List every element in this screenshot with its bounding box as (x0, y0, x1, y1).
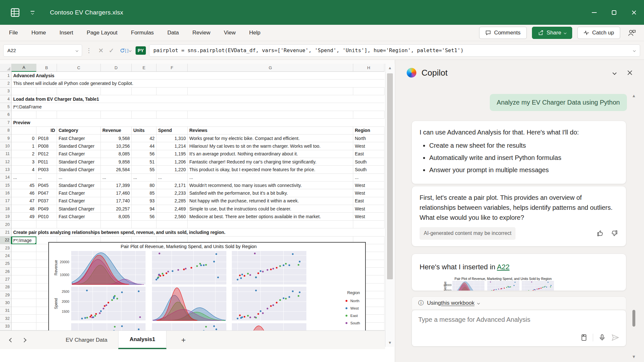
cell-A29[interactable] (12, 291, 36, 299)
sheet-nav-right-icon[interactable] (23, 337, 26, 343)
fill-handle[interactable] (35, 243, 36, 244)
formula-bar-options-icon[interactable]: ⋮ (86, 47, 92, 54)
cell-G14[interactable]: ... (188, 174, 353, 181)
cell-G3[interactable] (188, 88, 353, 95)
cell-A25[interactable] (12, 260, 36, 268)
row-header-27[interactable]: 27 (0, 275, 12, 283)
menu-tab-formulas[interactable]: Formulas (131, 30, 154, 36)
cell-F20[interactable] (156, 221, 188, 228)
row-header-30[interactable]: 30 (0, 299, 12, 307)
cell-E19[interactable]: 56 (132, 213, 156, 220)
add-sheet-button[interactable]: + (181, 336, 186, 345)
cell-H13[interactable]: South (353, 166, 384, 173)
cell-A11[interactable]: 2 (12, 150, 36, 158)
row-header-20[interactable]: 20 (0, 221, 12, 228)
cell-E8[interactable]: Units (132, 127, 156, 135)
cell-A6[interactable] (12, 111, 36, 119)
inserted-chart-preview[interactable]: 1000020000Revenue150020002500Spend406080… (443, 277, 579, 291)
cell-A13[interactable]: 4 (12, 166, 36, 173)
cell-F18[interactable]: 2,469 (156, 205, 188, 213)
cell-D9[interactable]: 9,568 (101, 135, 132, 142)
row-header-14[interactable]: 14 (0, 174, 12, 181)
cell-B9[interactable]: P018 (36, 135, 57, 142)
cell-A26[interactable] (12, 268, 36, 275)
cell-D18[interactable]: 20,257 (101, 205, 132, 213)
cell-A32[interactable] (12, 315, 36, 322)
cell-B17[interactable]: P037 (36, 197, 57, 205)
cell-C12[interactable]: Standard Charger (57, 158, 101, 166)
cell-B10[interactable]: P008 (36, 142, 57, 150)
cell-B19[interactable]: P010 (36, 213, 57, 220)
confirm-entry-icon[interactable]: ✓ (109, 47, 114, 54)
cell-D3[interactable] (101, 88, 132, 95)
row-header-13[interactable]: 13 (0, 166, 12, 173)
copilot-close-icon[interactable] (627, 70, 633, 76)
cell-G20[interactable] (188, 221, 353, 228)
cell-D6[interactable] (101, 111, 132, 119)
cell-A27[interactable] (12, 275, 36, 283)
cell-A1[interactable]: Advanced Analysis (12, 72, 384, 79)
cell-E18[interactable]: 94 (132, 205, 156, 213)
row-header-16[interactable]: 16 (0, 189, 12, 197)
row-header-19[interactable]: 19 (0, 213, 12, 220)
select-all-corner[interactable] (0, 64, 12, 72)
row-header-32[interactable]: 32 (0, 315, 12, 322)
row-header-12[interactable]: 12 (0, 158, 12, 166)
col-header-C[interactable]: C (57, 64, 101, 72)
cell-C13[interactable]: Standard Charger (57, 166, 101, 173)
quick-access-dropdown-icon[interactable] (31, 11, 34, 14)
row-header-26[interactable]: 26 (0, 268, 12, 275)
row-header-22[interactable]: 22 (0, 237, 12, 244)
cell-F9[interactable]: 1,310 (156, 135, 188, 142)
cell-A4[interactable]: Load data from EV Charger Data, Table1 (12, 95, 384, 103)
cell-E10[interactable]: 44 (132, 142, 156, 150)
cell-G12[interactable]: Fantastic charger! Reduced my car's char… (188, 158, 353, 166)
cell-F8[interactable]: Spend (156, 127, 188, 135)
cell-E14[interactable]: ... (132, 174, 156, 181)
cell-B16[interactable]: P047 (36, 189, 57, 197)
cell-A8[interactable] (12, 127, 36, 135)
scroll-down-icon[interactable]: ▼ (385, 339, 394, 347)
cell-H19[interactable]: West (353, 213, 384, 220)
cell-A24[interactable] (12, 252, 36, 260)
cell-C11[interactable]: Fast Charger (57, 150, 101, 158)
cell-G11[interactable]: It's an average product. Nothing extraor… (188, 150, 353, 158)
cell-F6[interactable] (156, 111, 188, 119)
context-selector[interactable]: ⓘ Using this workbook (412, 296, 626, 309)
cell-F16[interactable]: 2,233 (156, 189, 188, 197)
cell-A33[interactable] (12, 323, 36, 330)
row-header-15[interactable]: 15 (0, 181, 12, 189)
cell-D15[interactable]: 17,399 (101, 181, 132, 189)
cell-C16[interactable]: Fast Charger (57, 189, 101, 197)
name-box-dropdown-icon[interactable] (76, 49, 78, 51)
selected-cell-A22[interactable]: [PY]Image (12, 237, 36, 244)
cell-H9[interactable]: North (353, 135, 384, 142)
row-header-33[interactable]: 33 (0, 323, 12, 330)
cell-B3[interactable] (36, 88, 57, 95)
row-header-28[interactable]: 28 (0, 283, 12, 291)
cell-F11[interactable]: 1,195 (156, 150, 188, 158)
close-button[interactable] (624, 0, 644, 25)
cell-F3[interactable] (156, 88, 188, 95)
cell-A31[interactable] (12, 307, 36, 315)
row-header-3[interactable]: 3 (0, 88, 12, 95)
copilot-message-input[interactable] (418, 316, 620, 323)
row-header-18[interactable]: 18 (0, 205, 12, 213)
cell-C18[interactable]: Standard Charger (57, 205, 101, 213)
row-header-4[interactable]: 4 (0, 95, 12, 103)
cell-B13[interactable]: P003 (36, 166, 57, 173)
cell-G8[interactable]: Reviews (188, 127, 353, 135)
cell-C15[interactable]: Standard Charger (57, 181, 101, 189)
cell-F19[interactable]: 2,560 (156, 213, 188, 220)
cell-D10[interactable]: 10,256 (101, 142, 132, 150)
cell-D8[interactable]: Revenue (101, 127, 132, 135)
cell-A23[interactable] (12, 244, 36, 252)
cell-F12[interactable]: 1,206 (156, 158, 188, 166)
row-header-10[interactable]: 10 (0, 142, 12, 150)
cell-A19[interactable]: 49 (12, 213, 36, 220)
cell-A20[interactable] (12, 221, 36, 228)
cell-E15[interactable]: 80 (132, 181, 156, 189)
sheet-tab-ev-charger-data[interactable]: EV Charger Data (55, 331, 118, 349)
cell-G16[interactable]: Satisfied with the performance, but it's… (188, 189, 353, 197)
col-header-A[interactable]: A (12, 64, 36, 72)
